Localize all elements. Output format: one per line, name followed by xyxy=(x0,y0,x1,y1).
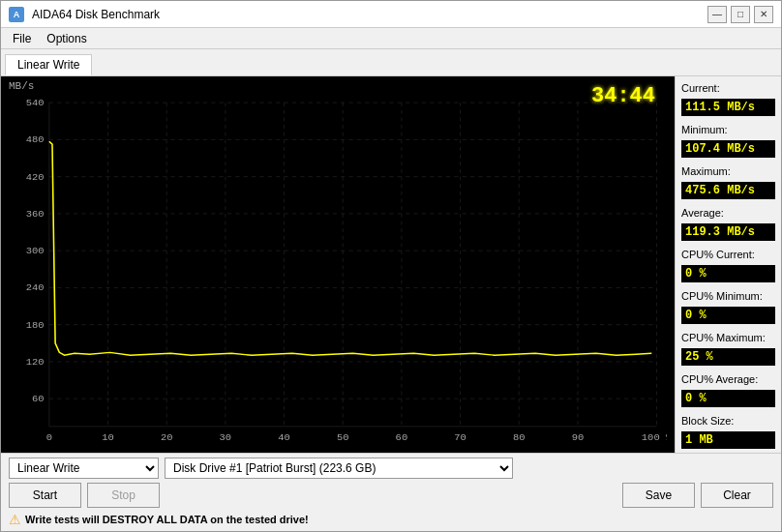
svg-text:60: 60 xyxy=(32,394,45,403)
svg-text:480: 480 xyxy=(26,135,45,145)
window-title: AIDA64 Disk Benchmark xyxy=(32,8,160,21)
current-label: Current: xyxy=(681,82,775,94)
stop-button[interactable]: Stop xyxy=(87,483,160,508)
block-size-label: Block Size: xyxy=(681,415,775,427)
chart-area: MB/s 34:44 xyxy=(1,76,675,453)
controls-row-2: Start Stop Save Clear xyxy=(9,483,773,508)
svg-text:80: 80 xyxy=(513,433,526,443)
cpu-minimum-value: 0 % xyxy=(681,307,775,324)
cpu-minimum-label: CPU% Minimum: xyxy=(681,290,775,302)
block-size-value: 1 MB xyxy=(681,431,775,449)
maximum-label: Maximum: xyxy=(681,165,775,177)
yaxis-label: MB/s xyxy=(9,80,34,92)
svg-text:0: 0 xyxy=(46,433,52,443)
average-label: Average: xyxy=(681,207,775,219)
menu-file[interactable]: File xyxy=(5,31,39,46)
svg-text:300: 300 xyxy=(26,246,45,255)
content-area: MB/s 34:44 xyxy=(1,76,781,453)
svg-text:10: 10 xyxy=(102,433,114,443)
disk-drive-dropdown[interactable]: Disk Drive #1 [Patriot Burst] (223.6 GB) xyxy=(165,458,513,479)
cpu-maximum-label: CPU% Maximum: xyxy=(681,332,775,343)
warning-text: Write tests will DESTROY ALL DATA on the… xyxy=(25,514,309,525)
controls-row-1: Linear Write Disk Drive #1 [Patriot Burs… xyxy=(9,458,773,479)
title-bar-left: A AIDA64 Disk Benchmark xyxy=(9,7,160,22)
svg-text:40: 40 xyxy=(278,433,290,443)
title-bar: A AIDA64 Disk Benchmark — □ ✕ xyxy=(1,1,781,28)
minimize-button[interactable]: — xyxy=(707,6,727,23)
svg-text:420: 420 xyxy=(26,172,45,182)
menu-bar: File Options xyxy=(1,28,781,49)
benchmark-chart: 540 480 420 360 300 240 180 120 60 0 10 … xyxy=(9,84,667,445)
cpu-maximum-value: 25 % xyxy=(681,348,775,366)
current-value: 111.5 MB/s xyxy=(681,99,775,116)
svg-text:100 %: 100 % xyxy=(642,433,667,443)
svg-text:30: 30 xyxy=(220,433,232,443)
start-button[interactable]: Start xyxy=(9,483,81,508)
minimum-value: 107.4 MB/s xyxy=(681,140,775,158)
bottom-controls: Linear Write Disk Drive #1 [Patriot Burs… xyxy=(1,453,781,531)
svg-text:180: 180 xyxy=(26,320,45,330)
close-button[interactable]: ✕ xyxy=(754,6,773,23)
app-icon: A xyxy=(9,7,24,22)
tab-linear-write[interactable]: Linear Write xyxy=(5,54,92,75)
svg-text:70: 70 xyxy=(454,433,466,443)
main-window: A AIDA64 Disk Benchmark — □ ✕ File Optio… xyxy=(0,0,782,532)
tab-bar: Linear Write xyxy=(1,49,781,76)
title-bar-controls: — □ ✕ xyxy=(707,6,773,23)
average-value: 119.3 MB/s xyxy=(681,223,775,241)
minimum-label: Minimum: xyxy=(681,124,775,135)
maximum-value: 475.6 MB/s xyxy=(681,182,775,199)
svg-text:540: 540 xyxy=(26,98,45,107)
cpu-current-label: CPU% Current: xyxy=(681,249,775,260)
svg-text:60: 60 xyxy=(396,433,408,443)
svg-text:120: 120 xyxy=(26,357,45,367)
save-button[interactable]: Save xyxy=(622,483,695,508)
cpu-average-value: 0 % xyxy=(681,390,775,407)
timer-display: 34:44 xyxy=(591,84,655,108)
cpu-current-value: 0 % xyxy=(681,265,775,282)
warning-icon: ⚠ xyxy=(9,512,21,527)
test-type-dropdown[interactable]: Linear Write xyxy=(9,458,159,479)
maximize-button[interactable]: □ xyxy=(731,6,750,23)
svg-text:20: 20 xyxy=(161,433,173,443)
stats-panel: Current: 111.5 MB/s Minimum: 107.4 MB/s … xyxy=(675,76,781,453)
menu-options[interactable]: Options xyxy=(39,31,94,46)
svg-text:90: 90 xyxy=(572,433,585,443)
svg-text:240: 240 xyxy=(26,283,45,293)
warning-row: ⚠ Write tests will DESTROY ALL DATA on t… xyxy=(9,512,773,527)
cpu-average-label: CPU% Average: xyxy=(681,373,775,385)
clear-button[interactable]: Clear xyxy=(701,483,773,508)
svg-text:50: 50 xyxy=(337,433,349,443)
svg-text:360: 360 xyxy=(26,209,45,219)
